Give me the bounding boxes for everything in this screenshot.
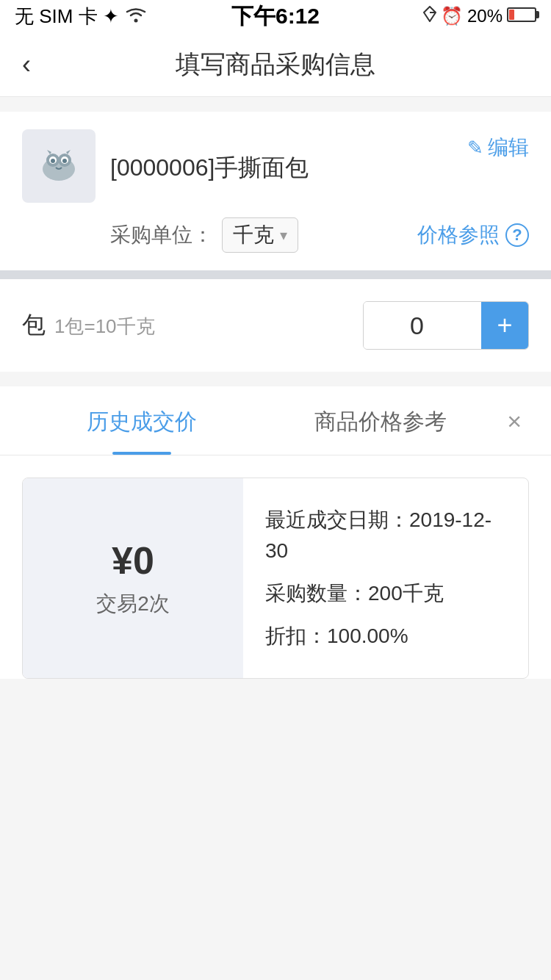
location-icon [423, 6, 436, 26]
wifi-icon [125, 5, 147, 28]
product-top: [0000006]手撕面包 ✎ 编辑 [22, 129, 529, 203]
tabs-panel: 历史成交价 商品价格参考 × ¥0 交易2次 最近成交日期：2019-12-30… [0, 386, 551, 679]
transaction-card: ¥0 交易2次 最近成交日期：2019-12-30 采购数量：200千克 折扣：… [22, 478, 529, 679]
unit-selector-group: 采购单位： 千克 ▾ [110, 217, 298, 253]
status-left: 无 SIM 卡 ✦ [15, 4, 147, 29]
svg-point-0 [134, 18, 137, 22]
back-button[interactable]: ‹ [15, 42, 38, 87]
product-card: [0000006]手撕面包 ✎ 编辑 采购单位： 千克 ▾ 价格参照 ? [0, 112, 551, 270]
svg-point-8 [62, 159, 67, 163]
quantity-conversion: 1包=10千克 [54, 314, 155, 339]
svg-point-7 [51, 159, 55, 163]
sim-label: 无 SIM 卡 ✦ [15, 4, 119, 29]
product-bottom: 采购单位： 千克 ▾ 价格参照 ? [22, 217, 529, 253]
transaction-left: ¥0 交易2次 [23, 478, 243, 678]
product-thumbnail [22, 129, 96, 203]
bottom-area [0, 701, 551, 980]
quantity-plus-button[interactable]: + [481, 302, 528, 349]
help-icon: ? [505, 223, 529, 247]
edit-label: 编辑 [488, 134, 529, 162]
product-logo-icon [37, 141, 81, 192]
tabs-header: 历史成交价 商品价格参考 × [0, 386, 551, 455]
battery-percent: 20% [467, 6, 503, 26]
transaction-price: ¥0 [112, 538, 154, 583]
transaction-count: 交易2次 [96, 590, 170, 618]
status-right: ⏰ 20% [423, 6, 536, 26]
page-title: 填写商品采购信息 [176, 48, 375, 82]
alarm-icon: ⏰ [441, 6, 463, 26]
close-tab-button[interactable]: × [500, 401, 529, 441]
transaction-quantity: 采购数量：200千克 [265, 578, 506, 609]
transaction-right: 最近成交日期：2019-12-30 采购数量：200千克 折扣：100.00% [243, 478, 528, 678]
unit-value: 千克 [233, 221, 274, 249]
battery-icon [507, 6, 536, 26]
quantity-unit: 包 [22, 309, 46, 342]
divider [0, 270, 551, 279]
quantity-label: 包 1包=10千克 [22, 309, 155, 342]
product-left: [0000006]手撕面包 [22, 129, 309, 203]
chevron-down-icon: ▾ [280, 226, 287, 244]
edit-button[interactable]: ✎ 编辑 [467, 129, 529, 162]
product-name: [0000006]手撕面包 [110, 148, 309, 184]
status-bar: 无 SIM 卡 ✦ 下午6:12 ⏰ 20% [0, 0, 551, 32]
tab-history-price[interactable]: 历史成交价 [22, 386, 261, 455]
status-time: 下午6:12 [231, 1, 320, 32]
transaction-date: 最近成交日期：2019-12-30 [265, 505, 506, 566]
tab-history-label: 历史成交价 [87, 409, 197, 433]
unit-select[interactable]: 千克 ▾ [222, 217, 298, 253]
edit-icon: ✎ [467, 137, 483, 159]
quantity-input-group: + [363, 301, 529, 350]
price-reference-button[interactable]: 价格参照 ? [417, 221, 529, 249]
transaction-discount: 折扣：100.00% [265, 621, 506, 652]
price-ref-label: 价格参照 [417, 221, 500, 249]
quantity-row: 包 1包=10千克 + [0, 279, 551, 372]
tab-price-reference[interactable]: 商品价格参考 [261, 386, 500, 455]
header: ‹ 填写商品采购信息 [0, 32, 551, 97]
tab-price-ref-label: 商品价格参考 [314, 409, 447, 433]
quantity-input[interactable] [364, 302, 481, 349]
unit-label: 采购单位： [110, 223, 213, 246]
